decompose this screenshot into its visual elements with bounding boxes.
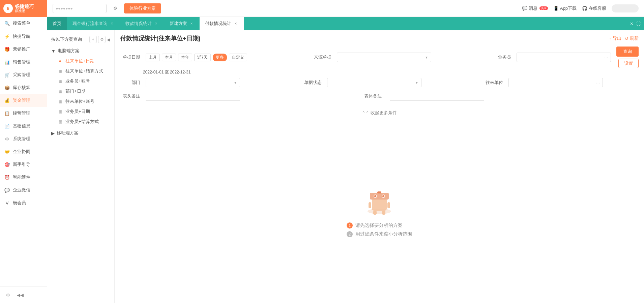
date-btn-custom[interactable]: 自定义 — [229, 54, 247, 61]
main-area: ●●●●●●● ⚙ 体验行业方案 💬 消息 99+ 📱 App下载 🎧 在线客服… — [47, 0, 644, 303]
address-bar[interactable]: ●●●●●●● — [53, 4, 107, 13]
sidebar-item-label: 畅会员 — [13, 200, 26, 206]
collapse-filter-btn[interactable]: ⌃⌃ 收起更多条件 — [120, 107, 639, 119]
export-btn[interactable]: ↑ 导出 — [609, 35, 622, 41]
step2-num: 2 — [347, 231, 353, 237]
sidebar-item-finance[interactable]: 💰 资金管理 — [0, 94, 47, 107]
user-avatar[interactable] — [612, 4, 639, 12]
scheme-icon: ▦ — [57, 89, 63, 94]
collapse-left-panel-btn[interactable]: ◀ — [107, 37, 110, 42]
scheme-item-label: 往来单位+日期 — [65, 58, 94, 64]
sidebar-item-wechat[interactable]: 💬 企业微信 — [0, 184, 47, 196]
partner-select[interactable]: ··· — [508, 78, 603, 87]
tab-home[interactable]: 首页 — [47, 17, 67, 30]
refresh-btn[interactable]: ↺ 刷新 — [625, 35, 639, 41]
empty-step-1: 1 请先选择要分析的方案 — [347, 222, 412, 229]
scheme-item-partner-date[interactable]: ● 往来单位+日期 — [47, 56, 114, 66]
tab-home-label: 首页 — [53, 21, 61, 27]
scheme-item-partner-settle[interactable]: ▦ 往来单位+结算方式 — [47, 66, 114, 76]
scheme-item-label: 往来单位+账号 — [65, 98, 94, 104]
svg-rect-11 — [382, 211, 385, 215]
notification-btn[interactable]: 💬 消息 99+ — [522, 5, 548, 11]
source-select[interactable]: ▼ — [337, 53, 431, 62]
tab-payment-stats[interactable]: 付款情况统计 × — [200, 17, 244, 30]
tab-bank-close[interactable]: × — [110, 21, 114, 26]
sidebar-item-purchase[interactable]: 🛒 采购管理 — [0, 68, 47, 81]
empty-step-2: 2 用过滤条件来缩小分析范围 — [347, 231, 412, 237]
sidebar-item-label: 企业协同 — [13, 149, 30, 155]
topbar-settings-btn[interactable]: ⚙ — [111, 4, 120, 13]
svg-point-6 — [382, 195, 384, 197]
sidebar-item-label: 采购管理 — [13, 72, 30, 78]
table-body-note-input[interactable] — [390, 91, 484, 101]
trial-btn[interactable]: 体验行业方案 — [124, 3, 161, 13]
table-header-note-input[interactable] — [146, 91, 240, 101]
scheme-item-partner-account[interactable]: ▦ 往来单位+账号 — [47, 96, 114, 107]
dept-select[interactable]: ▼ — [146, 78, 240, 87]
tab-collection-close[interactable]: × — [154, 21, 158, 26]
notif-label: 消息 — [529, 5, 537, 11]
filter-row-1: 单据日期 上月 本月 本年 近7天 更多 自定义 来源单据 ▼ — [120, 47, 639, 68]
sidebar-item-marketing[interactable]: 🎁 营销推广 — [0, 43, 47, 56]
scheme-icon: ▦ — [57, 109, 63, 114]
tab-bank[interactable]: 现金银行流水查询 × — [67, 17, 120, 30]
voucher-status-label: 单据状态 — [304, 80, 322, 86]
close-all-tabs-btn[interactable]: ✕ — [630, 21, 634, 26]
scheme-item-staff-account[interactable]: ▦ 业务员+账号 — [47, 76, 114, 86]
svg-rect-8 — [369, 202, 371, 208]
guide-icon: 🎯 — [4, 161, 10, 168]
data-area: 1 请先选择要分析的方案 2 用过滤条件来缩小分析范围 — [115, 123, 644, 303]
query-btn[interactable]: 查询 — [616, 47, 639, 57]
tab-new-scheme[interactable]: 新建方案 × — [164, 17, 200, 30]
date-btn-7days[interactable]: 近7天 — [194, 54, 211, 61]
sidebar-logo: 6 畅捷通巧 标准版 — [0, 0, 47, 17]
svg-rect-10 — [373, 211, 377, 215]
mobile-group-toggle[interactable]: ▶ 移动端方案 — [47, 128, 114, 138]
online-service-btn[interactable]: 🎧 在线客服 — [582, 5, 606, 11]
sidebar-item-guide[interactable]: 🎯 新手引导 — [0, 158, 47, 171]
sidebar-item-operation[interactable]: 📋 经营管理 — [0, 107, 47, 120]
scheme-settings-btn[interactable]: ⚙ — [98, 36, 106, 43]
quick-nav-icon: ⚡ — [4, 33, 10, 39]
scheme-item-staff-settle[interactable]: ▦ 业务员+结算方式 — [47, 117, 114, 127]
sidebar-item-enterprise[interactable]: 🤝 企业协同 — [0, 145, 47, 158]
topbar-right: 💬 消息 99+ 📱 App下载 🎧 在线客服 — [522, 4, 639, 12]
sidebar-item-system[interactable]: ⚙ 系统管理 — [0, 132, 47, 145]
sidebar-item-member[interactable]: V 畅会员 — [0, 196, 47, 209]
sidebar-item-quick-nav[interactable]: ⚡ 快捷导航 — [0, 30, 47, 43]
tab-collection-label: 收款情况统计 — [125, 21, 152, 27]
hardware-icon: ⏰ — [4, 174, 10, 180]
scheme-icon: ▦ — [57, 79, 63, 84]
sidebar-item-label: 企业微信 — [13, 187, 30, 193]
desktop-group-toggle[interactable]: ▼ 电脑端方案 — [47, 46, 114, 56]
tab-collection[interactable]: 收款情况统计 × — [120, 17, 164, 30]
expand-tab-btn[interactable]: ⛶ — [636, 21, 641, 26]
date-btn-this-year[interactable]: 本年 — [178, 54, 192, 61]
date-btn-last-month[interactable]: 上月 — [146, 54, 160, 61]
scheme-item-label: 业务员+日期 — [65, 109, 90, 115]
collapse-sidebar-btn[interactable]: ◀◀ — [16, 290, 25, 300]
sidebar-item-hardware[interactable]: ⏰ 智能硬件 — [0, 171, 47, 184]
sidebar-item-inventory[interactable]: 📦 库存核算 — [0, 81, 47, 94]
settings-btn[interactable]: 设置 — [618, 59, 639, 68]
inventory-icon: 📦 — [4, 85, 10, 91]
voucher-status-select[interactable]: ▼ — [327, 78, 421, 87]
sidebar-item-sales[interactable]: 📊 销售管理 — [0, 56, 47, 68]
staff-select[interactable]: ··· — [517, 53, 611, 62]
app-download-btn[interactable]: 📱 App下载 — [553, 5, 577, 11]
add-scheme-btn[interactable]: + — [89, 36, 97, 43]
partner-label: 往来单位 — [486, 80, 503, 86]
scheme-item-staff-date[interactable]: ▦ 业务员+日期 — [47, 107, 114, 117]
export-label: 导出 — [613, 35, 621, 41]
sidebar-item-basic[interactable]: 📄 基础信息 — [0, 120, 47, 132]
date-btn-more[interactable]: 更多 — [213, 54, 227, 61]
enterprise-icon: 🤝 — [4, 149, 10, 155]
tab-payment-stats-close[interactable]: × — [233, 21, 238, 26]
filter-header: 付款情况统计(往来单位+日期) ↑ 导出 ↺ 刷新 — [120, 34, 639, 42]
settings-bottom-btn[interactable]: ⚙ — [3, 290, 13, 300]
sidebar-item-label: 新手引导 — [13, 161, 30, 168]
scheme-item-dept-date[interactable]: ▦ 部门+日期 — [47, 86, 114, 96]
date-btn-this-month[interactable]: 本月 — [162, 54, 176, 61]
sidebar-item-search[interactable]: 🔍 搜索菜单 — [0, 17, 47, 30]
tab-new-scheme-close[interactable]: × — [189, 21, 194, 26]
